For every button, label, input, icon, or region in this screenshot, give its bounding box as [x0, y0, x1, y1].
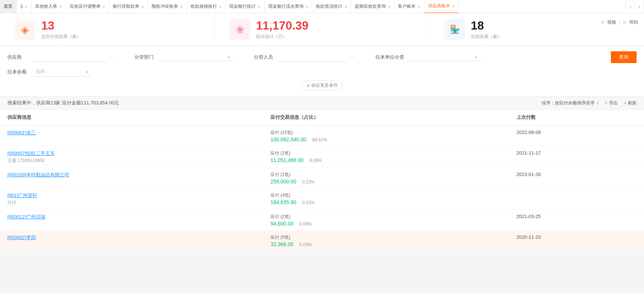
tx-row-5: 32,366.000.03%	[270, 241, 501, 247]
nav-prev-arrow[interactable]: ‹	[626, 0, 635, 13]
tx-percent-4: 0.08%	[299, 221, 312, 227]
nav-tab-overdue-query[interactable]: 超期应收款查询×	[351, 0, 394, 13]
nav-tab-label-customer-ledger: 客户账本	[398, 3, 416, 10]
sort-select[interactable]: 排序：按应付余额倒序排序 ∨	[542, 100, 599, 106]
category-select[interactable]: ∨	[407, 53, 481, 61]
supplier-input[interactable]	[32, 53, 106, 62]
col-tx-info: 应付交易信息（占比）	[263, 110, 509, 125]
nav-tab-close-customer-ledger[interactable]: ×	[418, 4, 420, 9]
nav-tab-close-cash-flow[interactable]: ×	[306, 4, 308, 9]
table-wrapper[interactable]: 供应商信息 应付交易信息（占比） 上次付数 [000001]张三应付 (15笔)…	[0, 110, 644, 251]
nav-tab-receipt-stat[interactable]: 收款情况统计×	[312, 0, 351, 13]
dept-filter-label: 分管部门	[134, 54, 157, 61]
supplier-link-2[interactable]: [000100]本特勤油品有限公司	[7, 172, 69, 177]
supplier-link-3[interactable]: [001]广州荣轩	[7, 193, 37, 198]
supplier-cell-3: [001]广州荣轩仔仔	[0, 189, 263, 210]
tx-amount-3: 164,635.90	[270, 199, 296, 205]
nav-tab-label-adjustment: 应收应付调整单	[70, 3, 101, 10]
help-icon: ⊙	[623, 20, 626, 25]
balance-select-placeholder: 选择...	[35, 68, 49, 75]
nav-tab-label-bank-deposit: 银行存取款单	[113, 3, 139, 10]
export-button[interactable]: ○ 导出	[605, 100, 618, 106]
supplier-cell-4: [000012]广州贝瑞	[0, 210, 263, 231]
tx-cell-2: 应付 (1笔)258,000.000.23%	[263, 168, 509, 189]
nav-tab-close-receipt-stat[interactable]: ×	[344, 4, 347, 9]
tx-amount-0: 100,092,540.00	[270, 137, 306, 142]
nav-next-arrow[interactable]: ›	[635, 0, 644, 13]
tx-row-0: 100,092,540.0089.61%	[270, 136, 501, 142]
collapse-icon: ∧	[307, 83, 310, 88]
nav-tab-cash-flow[interactable]: 现金银行流水查询×	[265, 0, 312, 13]
stat-info-payable: 11,170.39 应付合计（万）	[256, 19, 308, 40]
tx-label-2: 应付 (1笔)	[270, 172, 501, 178]
nav-tab-supplier-ledger[interactable]: 供应商账本×	[424, 0, 459, 13]
tx-amount-5: 32,366.00	[270, 241, 293, 247]
nav-tab-receipt-exec[interactable]: 收款核销执行×	[187, 0, 225, 13]
nav-tab-close-other-income[interactable]: ×	[59, 4, 62, 9]
supplier-cell-1: [000007]恒旺二手叉车王通 17106110000	[0, 146, 263, 168]
query-button[interactable]: 查询	[611, 51, 637, 63]
stat-total-suppliers: 🏪 18 总供应商（家）	[430, 13, 644, 46]
nav-tab-close-adjustment[interactable]: ×	[103, 4, 105, 9]
supplier-link-5[interactable]: [000002]李四	[7, 235, 36, 240]
filter-row-2: 往来余额 选择... ∨	[7, 67, 637, 77]
nav-tab-close-overdue-query[interactable]: ×	[388, 4, 390, 9]
top-nav: 首页3×其他收入单×应收应付调整单×银行存取款单×预收冲应收单×收款核销执行×现…	[0, 0, 644, 13]
stat-info-suppliers: 13 总应付供应商（家）	[41, 19, 81, 40]
supplier-link-1[interactable]: [000007]恒旺二手叉车	[7, 151, 55, 156]
filter-row-1: 供应商 ··· 分管部门 ∨ 分管人员 ··· 往来单位分类 ∨ 查询	[7, 51, 637, 63]
nav-tab-label-receipt-exec: 收款核销执行	[190, 3, 217, 10]
refresh-label: 刷新	[628, 100, 637, 106]
nav-tab-tab3[interactable]: 3×	[17, 0, 31, 13]
supplier-filter-label: 供应商	[7, 54, 29, 61]
result-actions: 排序：按应付余额倒序排序 ∨ ○ 导出 ○ 刷新	[542, 100, 637, 106]
person-input[interactable]	[279, 53, 347, 62]
nav-tab-customer-ledger[interactable]: 客户账本×	[394, 0, 424, 13]
supplier-dots-icon[interactable]: ···	[109, 54, 114, 61]
nav-tab-prepay-offset[interactable]: 预收冲应收单×	[148, 0, 186, 13]
tx-percent-3: 0.15%	[302, 200, 315, 205]
stat-payable-total: ❀ 11,170.39 应付合计（万）	[215, 13, 430, 46]
tx-label-4: 应付 (2笔)	[270, 214, 501, 220]
supplier-link-4[interactable]: [000012]广州贝瑞	[7, 214, 45, 220]
tx-cell-5: 应付 (5笔)32,366.000.03%	[263, 231, 509, 251]
last-payment-cell-4: 2021-03-25	[509, 210, 644, 231]
refresh-button[interactable]: ○ 刷新	[624, 100, 637, 106]
nav-tab-label-overdue-query: 超期应收款查询	[355, 3, 386, 10]
tx-cell-1: 应付 (2笔)11,051,486.009.89%	[263, 146, 509, 168]
nav-tab-home[interactable]: 首页	[0, 0, 17, 13]
nav-tab-cash-bank-stat[interactable]: 现金银行统计×	[225, 0, 264, 13]
table-row: [000100]本特勤油品有限公司应付 (1笔)258,000.000.23%2…	[0, 168, 644, 189]
nav-tab-label-cash-flow: 现金银行流水查询	[268, 3, 304, 10]
collapse-button[interactable]: ∧ 收起更多条件	[302, 80, 343, 90]
person-filter-label: 分管人员	[254, 54, 276, 61]
nav-tab-other-income[interactable]: 其他收入单×	[31, 0, 66, 13]
tx-row-2: 258,000.000.23%	[270, 178, 501, 185]
dept-select[interactable]: ∨	[160, 53, 233, 61]
stat-icon-payable: ❀	[230, 19, 250, 40]
nav-tab-bank-deposit[interactable]: 银行存取款单×	[109, 0, 148, 13]
nav-tab-close-bank-deposit[interactable]: ×	[141, 4, 144, 9]
nav-tab-close-receipt-exec[interactable]: ×	[219, 4, 221, 9]
stat-icon-suppliers: ◈	[15, 19, 35, 40]
video-icon: ⊙	[601, 20, 604, 25]
tx-percent-5: 0.03%	[299, 242, 312, 247]
collapse-label: 收起更多条件	[311, 82, 338, 89]
stat-label-total-suppliers: 总供应商（家）	[471, 34, 502, 40]
help-link[interactable]: 帮助	[629, 19, 638, 25]
nav-tab-close-supplier-ledger[interactable]: ×	[452, 4, 455, 8]
sort-label: 排序：按应付余额倒序排序	[542, 100, 595, 106]
nav-tab-close-tab3[interactable]: ×	[25, 4, 27, 9]
stat-payable-suppliers: ◈ 13 总应付供应商（家）	[0, 13, 215, 46]
video-link[interactable]: 视频	[607, 19, 616, 25]
supplier-link-0[interactable]: [000001]张三	[7, 130, 36, 135]
dept-chevron-icon: ∨	[227, 55, 230, 59]
tx-row-3: 164,635.900.15%	[270, 199, 501, 205]
balance-select[interactable]: 选择... ∨	[32, 67, 91, 77]
nav-tab-close-prepay-offset[interactable]: ×	[180, 4, 182, 9]
tx-label-0: 应付 (15笔)	[270, 130, 501, 136]
nav-tab-close-cash-bank-stat[interactable]: ×	[258, 4, 260, 9]
nav-tab-adjustment[interactable]: 应收应付调整单×	[66, 0, 109, 13]
stat-num-total-suppliers: 18	[471, 19, 502, 32]
person-dots-icon[interactable]: ···	[350, 54, 354, 61]
